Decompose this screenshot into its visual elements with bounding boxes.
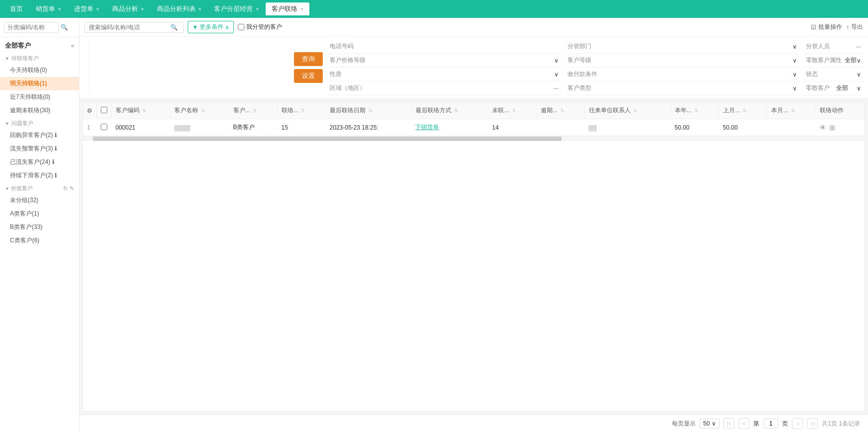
sort-icon: ⇅ [368,108,372,113]
close-icon[interactable]: × [199,6,202,12]
edit-icon[interactable]: ✎ [70,185,74,192]
filter-dept[interactable]: 分管部门 ∨ [566,40,799,54]
my-customers-checkbox[interactable] [238,24,244,30]
ellipsis-icon[interactable]: ··· [856,43,861,50]
filter-retail-customer[interactable]: 零散客户 全部 ∨ [804,81,863,95]
close-icon[interactable]: × [141,6,144,12]
arrow-down-icon: ▼ [5,186,9,191]
filter-search-wrap: 🔍 [84,22,184,33]
select-all-checkbox[interactable] [101,107,107,113]
nav-customer-contact[interactable]: 客户联络 × [266,2,309,15]
last-page-button[interactable]: >| [807,418,818,429]
close-icon[interactable]: × [96,6,99,12]
view-action-icon[interactable]: 👁 [819,124,826,132]
nav-home[interactable]: 首页 [4,2,29,15]
row-unit-contact-cell: ▓▓ [585,119,671,136]
col-overdue[interactable]: 逾期... ⇅ [536,102,584,119]
sort-icon: ⇅ [694,108,698,113]
sidebar-item-churned[interactable]: 已流失客户(24) ℹ [0,155,79,169]
row-num-cell: 1 [83,119,97,136]
sidebar-item-today[interactable]: 今天待联络(0) [0,64,79,77]
sidebar-item-class-c[interactable]: C类客户(6) [0,234,79,247]
group-value-customers: ▼ 价值客户 ↻ ✎ [0,182,79,194]
col-contacts[interactable]: 联络... ⇅ [278,102,326,119]
row-last-month-cell: 50.00 [719,119,767,136]
settings-button[interactable]: 设置 [294,69,323,83]
sidebar-search-icon[interactable]: 🔍 [61,24,68,31]
refresh-icon[interactable]: ↻ [63,185,68,192]
sidebar-item-class-b[interactable]: B类客户(33) [0,220,79,234]
grid-action-icon[interactable]: ⊞ [829,124,835,132]
close-icon[interactable]: × [58,6,61,12]
col-last-date[interactable]: 最后联络日期 ⇅ [326,102,411,119]
collapse-icon[interactable]: « [71,43,74,49]
page-number-input[interactable] [763,419,778,429]
export-button[interactable]: ↑ 导出 [846,23,863,31]
row-checkbox[interactable] [101,124,107,130]
filter-customer-level[interactable]: 客户等级 ∨ [566,54,799,68]
chevron-up-icon: ∧ [225,24,229,31]
filter-nature[interactable]: 性质 ∨ [328,68,561,81]
all-customers-title[interactable]: 全部客户 « [0,37,79,52]
more-filters-button[interactable]: ▼ 更多条件 ∧ [188,21,234,33]
filter-icon: ▼ [192,24,198,31]
sidebar-item-churn-warning[interactable]: 流失预警客户(3) ℹ [0,142,79,155]
col-last-month[interactable]: 上月... ⇅ [719,102,767,119]
export-icon: ↑ [846,24,849,31]
sidebar-item-class-a[interactable]: A类客户(1) [0,207,79,220]
phone-input[interactable] [360,43,559,50]
nav-sales[interactable]: 销货单 × [30,2,67,15]
filter-price-level[interactable]: 客户价格等级 ∨ [328,54,561,68]
col-customer-code[interactable]: 客户编码 ⇅ [112,102,170,119]
filter-manager[interactable]: 分管人员 ··· [804,40,863,54]
nav-product-list[interactable]: 商品分析列表 × [151,2,208,15]
group-pending-contact: ▼ 待联络客户 [0,52,79,64]
sort-icon: ⇅ [560,108,564,113]
nav-purchase[interactable]: 进货单 × [68,2,105,15]
sidebar-item-declining[interactable]: 持续下滑客户(2) ℹ [0,169,79,182]
chevron-down-icon: ∨ [793,71,797,78]
batch-operation-button[interactable]: ☑ 批量操作 [811,23,842,31]
query-button[interactable]: 查询 [294,52,323,66]
col-last-method[interactable]: 最后联络方式 ⇅ [411,102,488,119]
sidebar-item-7days[interactable]: 近7天待联络(0) [0,90,79,104]
filter-search-input[interactable] [89,24,168,31]
table-settings-col[interactable]: ⚙ [83,102,97,119]
col-this-month[interactable]: 本月... ⇅ [767,102,815,119]
horizontal-scrollbar[interactable] [83,136,865,141]
page-size-select[interactable]: 50 ∨ [700,419,720,429]
sidebar-item-tomorrow[interactable]: 明天待联络(1) [0,77,79,90]
sidebar-search-input[interactable] [4,22,59,33]
close-icon[interactable]: × [256,6,259,12]
filter-status[interactable]: 状态 ∨ [804,68,863,81]
chevron-down-icon: ∨ [793,43,797,50]
filter-right-actions: ☑ 批量操作 ↑ 导出 [811,23,863,31]
col-unlinked[interactable]: 未联... ⇅ [488,102,536,119]
col-customer-type[interactable]: 客户... ⇅ [229,102,277,119]
sidebar-item-overdue[interactable]: 逾期未联络(30) [0,104,79,117]
sidebar-item-repurchase-abnormal[interactable]: 回购异常客户(2) ℹ [0,129,79,142]
filter-region[interactable]: 区域（地区） ··· [328,81,561,95]
main-layout: 🔍 全部客户 « ▼ 待联络客户 今天待联络(0) 明天待联络(1) 近7天待联… [0,18,868,432]
chevron-down-icon: ∨ [793,57,797,64]
col-customer-name[interactable]: 客户名称 ⇅ [170,102,229,119]
sort-icon: ⇅ [512,108,516,113]
my-customers-checkbox-wrap[interactable]: 我分管的客户 [238,23,282,31]
col-unit-contact[interactable]: 往来单位联系人 ⇅ [585,102,671,119]
filter-customer-type[interactable]: 客户类型 ∨ [566,81,799,95]
col-this-year[interactable]: 本年... ⇅ [670,102,719,119]
close-icon[interactable]: × [300,6,303,12]
first-page-button[interactable]: |< [723,418,734,429]
prev-page-button[interactable]: < [738,418,749,429]
ellipsis-icon[interactable]: ··· [554,85,559,92]
next-page-button[interactable]: > [792,418,803,429]
filter-search-icon[interactable]: 🔍 [170,24,178,31]
top-navigation: 首页 销货单 × 进货单 × 商品分析 × 商品分析列表 × 客户分层经营 × … [0,0,868,18]
sort-icon: ⇅ [253,108,257,113]
nav-customer-layer[interactable]: 客户分层经营 × [208,2,265,15]
sidebar-item-ungrouped[interactable]: 未分组(32) [0,194,79,207]
nav-product-analysis[interactable]: 商品分析 × [106,2,150,15]
filter-retail-attr[interactable]: 零散客户属性 全部 ∨ [804,54,863,68]
arrow-down-icon: ▼ [5,121,9,126]
filter-payment[interactable]: 收付款条件 ∨ [566,68,799,81]
